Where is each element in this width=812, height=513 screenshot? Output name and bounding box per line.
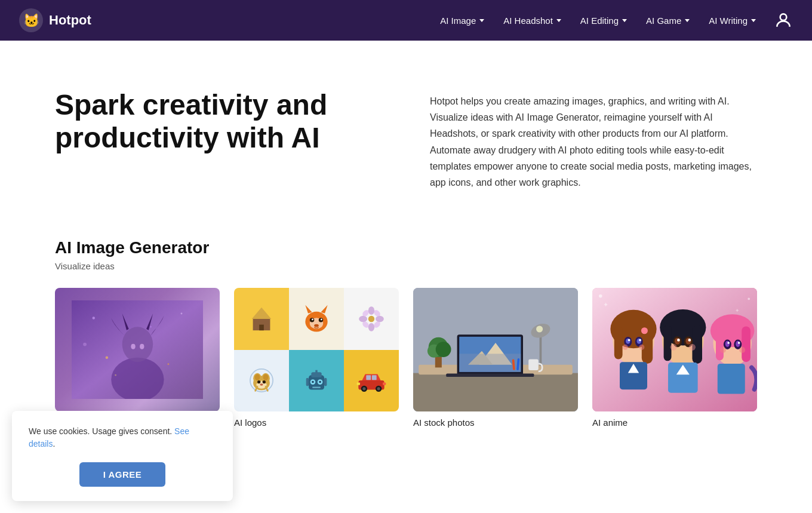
- nav-ai-image-label: AI Image: [440, 16, 476, 26]
- svg-rect-17: [259, 324, 264, 330]
- nav-ai-game[interactable]: AI Game: [638, 11, 698, 30]
- svg-point-45: [257, 380, 260, 383]
- hero-section: Spark creativity and productivity with A…: [0, 41, 812, 226]
- svg-rect-59: [366, 376, 371, 380]
- svg-point-6: [150, 326, 152, 328]
- card-ai-logos[interactable]: AI logos: [234, 288, 399, 428]
- card-image-ai-logos: [234, 288, 399, 411]
- svg-point-14: [115, 374, 116, 376]
- svg-point-113: [670, 344, 677, 351]
- hero-description: Hotpot helps you create amazing images, …: [430, 93, 757, 191]
- svg-point-29: [368, 316, 374, 322]
- svg-point-54: [319, 381, 321, 383]
- svg-point-13: [167, 363, 169, 365]
- svg-point-127: [720, 347, 726, 353]
- svg-point-12: [105, 356, 107, 358]
- nav-ai-editing-label: AI Editing: [580, 16, 619, 26]
- svg-point-10: [131, 344, 135, 349]
- svg-rect-57: [324, 378, 327, 386]
- svg-point-128: [739, 347, 745, 353]
- nav-items: AI Image AI Headshot AI Editing AI Game …: [432, 11, 764, 30]
- hero-title: Spark creativity and productivity with A…: [55, 88, 382, 154]
- nav-ai-headshot-chevron: [556, 19, 561, 22]
- svg-point-5: [180, 312, 182, 314]
- logo-car-svg: [356, 365, 387, 396]
- svg-point-47: [260, 384, 263, 386]
- cookie-banner: We use cookies. Usage gives consent. See…: [12, 411, 233, 463]
- section-title: AI Image Generator: [55, 238, 757, 257]
- svg-rect-68: [413, 373, 578, 411]
- svg-rect-60: [372, 376, 377, 380]
- svg-point-2: [780, 14, 787, 20]
- logo-cell-3: [344, 288, 399, 350]
- logo-corgi-svg: [246, 365, 277, 396]
- logo-icon: 🐱: [19, 8, 43, 32]
- ai-images-visual: [55, 288, 220, 411]
- card-ai-images[interactable]: AI images: [55, 288, 220, 428]
- svg-point-126: [738, 342, 740, 344]
- nav-ai-image[interactable]: AI Image: [432, 11, 493, 30]
- svg-rect-75: [459, 354, 521, 372]
- card-ai-stock[interactable]: AI stock photos: [413, 288, 578, 428]
- user-icon[interactable]: [774, 11, 793, 30]
- card-image-ai-anime: ✦ ✦: [592, 288, 757, 411]
- ai-stock-visual: [413, 288, 578, 411]
- svg-point-114: [689, 344, 696, 351]
- svg-point-11: [140, 344, 144, 349]
- nav-ai-headshot-label: AI Headshot: [503, 16, 553, 26]
- nav-ai-image-chevron: [479, 19, 484, 22]
- svg-rect-50: [315, 370, 317, 373]
- svg-rect-66: [383, 383, 386, 385]
- svg-point-96: [628, 339, 630, 342]
- svg-rect-65: [357, 383, 360, 385]
- card-image-ai-stock: [413, 288, 578, 411]
- nav-ai-writing[interactable]: AI Writing: [700, 11, 764, 30]
- svg-rect-76: [446, 374, 534, 377]
- svg-rect-90: [614, 327, 623, 360]
- svg-rect-56: [306, 378, 309, 386]
- svg-marker-22: [321, 305, 327, 314]
- svg-rect-19: [258, 315, 265, 318]
- svg-point-131: [748, 298, 750, 300]
- svg-rect-120: [742, 327, 751, 363]
- svg-point-7: [83, 342, 87, 346]
- nav-ai-editing-chevron: [622, 19, 627, 22]
- card-label-ai-anime: AI anime: [592, 417, 757, 428]
- svg-point-44: [263, 374, 269, 380]
- card-label-ai-stock: AI stock photos: [413, 417, 578, 428]
- svg-rect-129: [718, 364, 745, 394]
- svg-rect-86: [528, 360, 539, 370]
- svg-text:✦: ✦: [735, 308, 740, 314]
- svg-point-62: [362, 388, 365, 391]
- cookie-agree-button[interactable]: I AGREE: [79, 462, 166, 463]
- svg-text:✦: ✦: [603, 301, 608, 308]
- svg-point-111: [677, 339, 680, 342]
- nav-ai-writing-label: AI Writing: [709, 16, 748, 26]
- ai-logos-visual: [234, 288, 399, 411]
- svg-rect-55: [312, 387, 321, 389]
- svg-point-53: [312, 381, 313, 383]
- svg-point-83: [436, 342, 451, 357]
- logo-cell-6: [344, 350, 399, 412]
- card-ai-anime[interactable]: ✦ ✦ AI anime: [592, 288, 757, 428]
- nav-ai-game-label: AI Game: [646, 16, 681, 26]
- svg-point-33: [376, 316, 384, 322]
- svg-point-9: [122, 327, 153, 362]
- svg-point-125: [727, 342, 730, 344]
- svg-point-123: [725, 341, 730, 347]
- svg-point-32: [359, 316, 367, 322]
- section-subtitle: Visualize ideas: [55, 261, 757, 271]
- hero-left: Spark creativity and productivity with A…: [55, 88, 382, 154]
- nav-ai-editing[interactable]: AI Editing: [572, 11, 635, 30]
- svg-point-43: [255, 374, 260, 380]
- nav-ai-writing-chevron: [751, 19, 756, 22]
- nav-ai-headshot[interactable]: AI Headshot: [495, 11, 570, 30]
- svg-point-98: [623, 345, 628, 350]
- svg-point-97: [639, 339, 641, 342]
- logo-text: Hotpot: [49, 13, 91, 28]
- logo-flower-svg: [356, 303, 387, 334]
- cards-grid: AI images: [55, 288, 757, 428]
- svg-point-64: [377, 388, 380, 391]
- cookie-text: We use cookies. Usage gives consent. See…: [29, 425, 216, 450]
- logo-link[interactable]: 🐱 Hotpot: [19, 8, 91, 32]
